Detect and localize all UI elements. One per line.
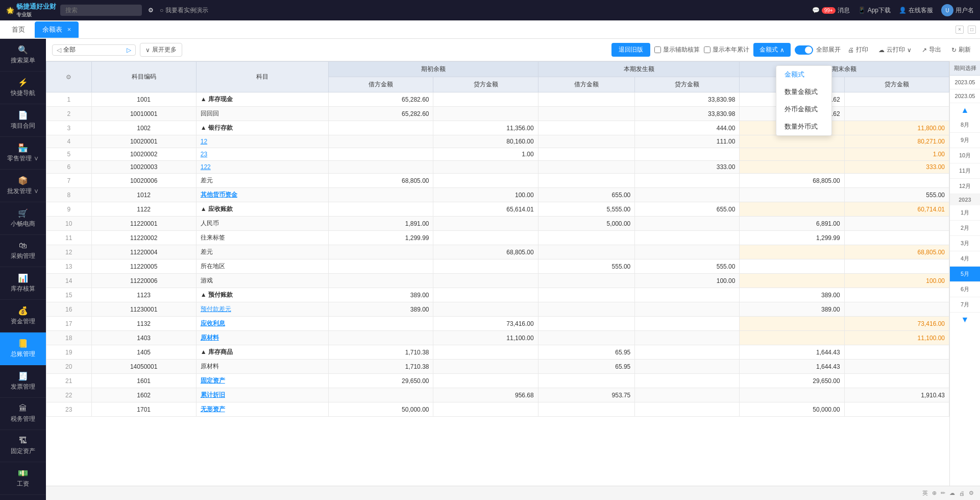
account-search-box[interactable]: ◁ ▷ — [52, 44, 136, 56]
date-may[interactable]: 5月 — [950, 267, 980, 282]
date-jul[interactable]: 7月 — [950, 297, 980, 313]
sidebar-item-payroll[interactable]: 💵 工资 — [0, 462, 46, 495]
sidebar-item-wholesale[interactable]: 📦 批发管理 ∨ — [0, 170, 46, 202]
table-row[interactable]: 4 10020001 12 80,160.00 111.00 80,271.00 — [46, 135, 949, 148]
online-service-btn[interactable]: 👤 在线客服 — [899, 6, 933, 15]
win-close-btn[interactable]: × — [955, 26, 964, 34]
mode-dropdown-btn[interactable]: 金额式 ∧ — [753, 43, 791, 57]
sidebar-item-invoice[interactable]: 🧾 发票管理 — [0, 365, 46, 398]
back-to-old-btn[interactable]: 退回旧版 — [611, 43, 650, 57]
sidebar-item-fund[interactable]: 💰 资金管理 — [0, 300, 46, 332]
table-row[interactable]: 7 10020006 差元 68,805.00 68,805.00 — [46, 174, 949, 188]
show-year-total-checkbox[interactable]: 显示本年累计 — [704, 45, 749, 54]
auxiliary-checkbox-input[interactable] — [654, 46, 661, 53]
table-settings-icon[interactable]: ⚙ — [46, 62, 92, 92]
account-name-cell[interactable]: 预付款差元 — [196, 302, 329, 317]
add-icon[interactable]: ⊕ — [932, 490, 937, 496]
dropdown-item-qty-foreign[interactable]: 数量外币式 — [776, 118, 831, 135]
edit-icon[interactable]: ✏ — [941, 490, 945, 496]
table-row[interactable]: 13 11220005 所在地区 555.00 555.00 — [46, 259, 949, 274]
date-range-start[interactable]: 2023.05 — [950, 76, 980, 89]
date-nov[interactable]: 11月 — [950, 163, 980, 179]
search-right-icon[interactable]: ▷ — [127, 46, 131, 54]
table-row[interactable]: 18 1403 原材料 11,100.00 11,100.00 — [46, 331, 949, 345]
table-row[interactable]: 17 1132 应收利息 73,416.00 73,416.00 — [46, 317, 949, 331]
sidebar-item-ledger[interactable]: 📒 总账管理 — [0, 332, 46, 365]
table-row[interactable]: 21 1601 固定资产 29,650.00 29,650.00 — [46, 374, 949, 388]
account-name-cell[interactable]: 固定资产 — [196, 374, 329, 388]
date-jan[interactable]: 1月 — [950, 205, 980, 221]
account-name-cell[interactable]: 122 — [196, 161, 329, 174]
account-name-cell[interactable]: 23 — [196, 148, 329, 161]
export-btn[interactable]: ↗ 导出 — [919, 43, 944, 56]
table-row[interactable]: 11 11220002 往来标签 1,299.99 1,299.99 — [46, 231, 949, 245]
table-row[interactable]: 8 1012 其他货币资金 100.00 655.00 555.00 — [46, 188, 949, 202]
sidebar-item-quicknav[interactable]: ⚡ 快捷导航 — [0, 72, 46, 104]
expand-more-btn[interactable]: ∨ 展开更多 — [140, 43, 182, 57]
show-auxiliary-checkbox[interactable]: 显示辅助核算 — [654, 45, 700, 54]
date-oct[interactable]: 10月 — [950, 148, 980, 163]
lang-btn[interactable]: 英 — [922, 489, 928, 497]
tab-close-btn[interactable]: × — [67, 26, 71, 33]
sidebar-item-inventory[interactable]: 📊 库存核算 — [0, 267, 46, 300]
cloud-icon[interactable]: ☁ — [949, 490, 955, 496]
date-apr[interactable]: 4月 — [950, 251, 980, 267]
tab-balance-sheet[interactable]: 余额表 × — [35, 21, 79, 38]
date-jun[interactable]: 6月 — [950, 282, 980, 297]
win-max-btn[interactable]: □ — [968, 26, 976, 34]
user-avatar-btn[interactable]: U 用户名 — [941, 4, 974, 16]
table-row[interactable]: 6 10020003 122 333.00 333.00 — [46, 161, 949, 174]
account-name-cell[interactable]: 原材料 — [196, 331, 329, 345]
date-sep[interactable]: 9月 — [950, 133, 980, 148]
date-dec[interactable]: 12月 — [950, 179, 980, 194]
account-name-cell[interactable]: 应收利息 — [196, 317, 329, 331]
sidebar-item-purchase[interactable]: 🛍 采购管理 — [0, 235, 46, 267]
date-aug[interactable]: 8月 — [950, 117, 980, 133]
table-row[interactable]: 22 1602 累计折旧 956.68 953.75 1,910.43 — [46, 388, 949, 402]
sidebar-item-search[interactable]: 🔍 搜索菜单 — [0, 39, 46, 72]
cloud-print-btn[interactable]: ☁ 云打印 ∨ — [875, 43, 915, 56]
date-mar[interactable]: 3月 — [950, 236, 980, 251]
account-name-cell[interactable]: 无形资产 — [196, 402, 329, 417]
print-btn[interactable]: 🖨 打印 — [845, 43, 871, 56]
settings-status-icon[interactable]: ⚙ — [969, 490, 974, 496]
printer-icon[interactable]: 🖨 — [959, 490, 965, 496]
sidebar-item-assets[interactable]: 🏗 固定资产 — [0, 430, 46, 462]
top-search-input[interactable] — [60, 5, 142, 16]
table-row[interactable]: 14 11220006 游戏 100.00 100.00 — [46, 274, 949, 288]
dropdown-item-qty-amount[interactable]: 数量金额式 — [776, 83, 831, 101]
toggle-switch-btn[interactable] — [795, 45, 813, 55]
table-row[interactable]: 23 1701 无形资产 50,000.00 50,000.00 — [46, 402, 949, 417]
table-row[interactable]: 12 11220004 差元 68,805.00 68,805.00 — [46, 245, 949, 259]
table-row[interactable]: 20 14050001 原材料 1,710.38 65.95 1,644.43 — [46, 360, 949, 374]
date-nav-down[interactable]: ▼ — [950, 313, 980, 327]
account-name-cell[interactable]: 其他货币资金 — [196, 188, 329, 202]
app-download-btn[interactable]: 📱 App下载 — [858, 6, 891, 15]
account-search-input[interactable] — [63, 46, 125, 54]
table-row[interactable]: 19 1405 ▲ 库存商品 1,710.38 65.95 1,644.43 — [46, 345, 949, 360]
message-btn[interactable]: 💬 99+ 消息 — [812, 6, 850, 15]
account-name-cell[interactable]: 12 — [196, 135, 329, 148]
date-feb[interactable]: 2月 — [950, 221, 980, 236]
expand-all-toggle[interactable]: 全部展开 — [795, 45, 841, 55]
sidebar-item-project[interactable]: 📄 项目合同 — [0, 104, 46, 137]
year-total-checkbox-input[interactable] — [704, 46, 710, 53]
sidebar-item-management[interactable]: 📈 经营管理 — [0, 495, 46, 500]
account-name-cell[interactable]: 累计折旧 — [196, 388, 329, 402]
sidebar-item-ecommerce[interactable]: 🛒 小畅电商 — [0, 202, 46, 235]
date-range-end[interactable]: 2023.05 — [950, 89, 980, 103]
table-row[interactable]: 10 11220001 人民币 1,891.00 5,000.00 6,891.… — [46, 217, 949, 231]
date-nav-up[interactable]: ▲ — [950, 103, 980, 117]
table-row[interactable]: 9 1122 ▲ 应收账款 65,614.01 5,555.00 655.00 … — [46, 202, 949, 217]
table-row[interactable]: 5 10020002 23 1.00 1.00 — [46, 148, 949, 161]
tab-home[interactable]: 首页 — [4, 21, 33, 38]
dropdown-item-foreign-amount[interactable]: 外币金额式 — [776, 101, 831, 118]
sidebar-item-tax[interactable]: 🏛 税务管理 — [0, 398, 46, 430]
top-gear[interactable]: ⚙ — [148, 7, 154, 14]
demo-link[interactable]: ○ 我要看实例演示 — [160, 6, 208, 15]
refresh-btn[interactable]: ↻ 刷新 — [948, 43, 974, 56]
table-row[interactable]: 15 1123 ▲ 预付账款 389.00 389.00 — [46, 288, 949, 302]
sidebar-item-retail[interactable]: 🏪 零售管理 ∨ — [0, 137, 46, 170]
dropdown-item-amount[interactable]: 金额式 — [776, 66, 831, 83]
table-row[interactable]: 16 11230001 预付款差元 389.00 389.00 — [46, 302, 949, 317]
